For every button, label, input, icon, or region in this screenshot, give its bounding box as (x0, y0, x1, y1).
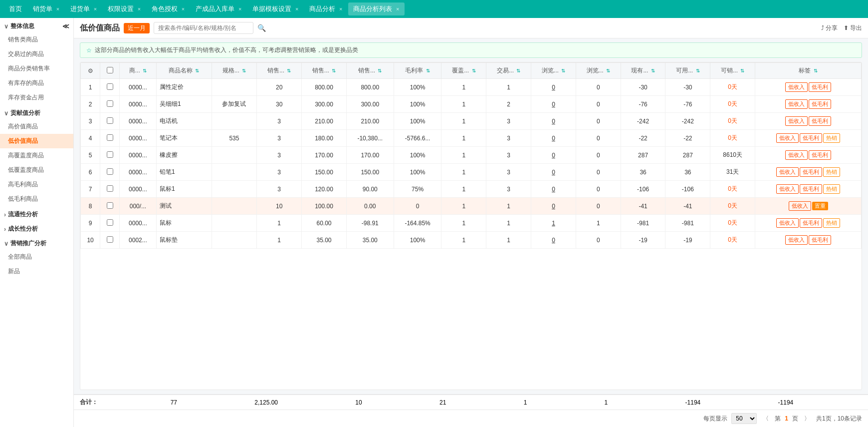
col-name[interactable]: 商品名称 ⇅ (156, 63, 212, 79)
cell-checkbox[interactable] (100, 79, 120, 96)
cell-views1[interactable]: 0 (531, 232, 576, 249)
views1-link[interactable]: 0 (552, 237, 555, 244)
sidebar-item-high-margin[interactable]: 高毛利商品 (0, 177, 73, 192)
row-checkbox[interactable] (107, 236, 113, 243)
col-views1[interactable]: 浏览... ⇅ (531, 63, 576, 79)
sidebar-group-marketing[interactable]: ∨ 营销推广分析 (0, 235, 73, 250)
nav-product-storage[interactable]: 产成品入库单 × (191, 2, 246, 15)
cell-views1[interactable]: 0 (531, 130, 576, 147)
sidebar-item-high-coverage[interactable]: 高覆盖度商品 (0, 148, 73, 163)
views1-link[interactable]: 0 (552, 203, 555, 210)
views1-link[interactable]: 0 (552, 169, 555, 176)
cell-views2: 0 (576, 181, 621, 198)
col-stock[interactable]: 现有... ⇅ (621, 63, 665, 79)
col-settings[interactable]: ⚙ (81, 63, 100, 79)
row-checkbox[interactable] (107, 202, 113, 209)
col-margin[interactable]: 毛利率 ⇅ (394, 63, 441, 79)
info-icon: ☆ (86, 47, 92, 54)
views1-link[interactable]: 0 (552, 152, 555, 159)
cell-checkbox[interactable] (100, 130, 120, 147)
nav-sales[interactable]: 销货单 × (28, 2, 64, 15)
col-views2[interactable]: 浏览... ⇅ (576, 63, 621, 79)
nav-purchase[interactable]: 进货单 × (65, 2, 102, 15)
nav-product-analysis[interactable]: 商品分析 × (304, 2, 347, 15)
sidebar-item-low-coverage[interactable]: 低覆盖度商品 (0, 163, 73, 177)
sidebar-item-traded-goods[interactable]: 交易过的商品 (0, 47, 73, 61)
views1-link[interactable]: 0 (552, 135, 555, 142)
row-checkbox[interactable] (107, 100, 113, 107)
cell-checkbox[interactable] (100, 96, 120, 113)
sidebar-item-high-value[interactable]: 高价值商品 (0, 119, 73, 134)
next-page-btn[interactable]: 〉 (802, 414, 812, 424)
per-page-select[interactable]: 50 100 200 (731, 413, 757, 424)
prev-page-btn[interactable]: 〈 (761, 414, 771, 424)
cell-views1[interactable]: 0 (531, 147, 576, 164)
cell-amount: 90.00 (346, 181, 394, 198)
collapse-overall-icon[interactable]: ≪ (62, 22, 69, 30)
sidebar-item-low-margin[interactable]: 低毛利商品 (0, 192, 73, 206)
cell-views1[interactable]: 0 (531, 198, 576, 215)
nav-template-settings[interactable]: 单据模板设置 × (247, 2, 303, 15)
col-sales-amount[interactable]: 销售... ⇅ (346, 63, 394, 79)
cell-views1[interactable]: 0 (531, 96, 576, 113)
sidebar-group-liquidity[interactable]: › 流通性分析 (0, 206, 73, 221)
cell-checkbox[interactable] (100, 164, 120, 181)
sidebar-item-sales-goods[interactable]: 销售类商品 (0, 32, 73, 47)
row-checkbox[interactable] (107, 134, 113, 141)
col-checkbox[interactable] (100, 63, 120, 79)
row-checkbox[interactable] (107, 219, 113, 226)
cell-views1[interactable]: 1 (531, 215, 576, 232)
header-actions: ⤴ 分享 ⬆ 导出 (821, 24, 862, 32)
views1-link[interactable]: 0 (552, 101, 555, 108)
row-checkbox[interactable] (107, 83, 113, 90)
cell-checkbox[interactable] (100, 113, 120, 130)
cell-checkbox[interactable] (100, 215, 120, 232)
col-spec[interactable]: 规格... ⇅ (212, 63, 257, 79)
sidebar-item-low-value[interactable]: 低价值商品 (0, 134, 73, 148)
col-trade[interactable]: 交易... ⇅ (486, 63, 531, 79)
col-sales-qty[interactable]: 销售... ⇅ (257, 63, 302, 79)
cell-checkbox[interactable] (100, 181, 120, 198)
views1-link[interactable]: 0 (552, 118, 555, 125)
export-button[interactable]: ⬆ 导出 (844, 24, 862, 32)
cell-views1[interactable]: 0 (531, 164, 576, 181)
sidebar-group-overall[interactable]: ∨ 整体信息 ≪ (0, 18, 73, 32)
cell-checkbox[interactable] (100, 147, 120, 164)
nav-product-analysis-list[interactable]: 商品分析列表 × (348, 2, 404, 15)
views1-link[interactable]: 0 (552, 186, 555, 193)
sidebar-group-growth[interactable]: › 成长性分析 (0, 221, 73, 235)
cell-views1[interactable]: 0 (531, 113, 576, 130)
time-filter-btn[interactable]: 近一月 (124, 23, 150, 33)
sidebar-item-in-stock[interactable]: 有库存的商品 (0, 76, 73, 90)
col-sales-price[interactable]: 销售... ⇅ (302, 63, 347, 79)
tag-label: 低收入 (776, 167, 799, 177)
row-checkbox[interactable] (107, 185, 113, 192)
row-checkbox[interactable] (107, 117, 113, 124)
nav-permissions[interactable]: 权限设置 × (103, 2, 146, 15)
nav-home[interactable]: 首页 (4, 2, 27, 15)
row-checkbox[interactable] (107, 151, 113, 158)
cell-checkbox[interactable] (100, 232, 120, 249)
cell-checkbox[interactable] (100, 198, 120, 215)
views1-link[interactable]: 1 (552, 220, 555, 227)
col-available[interactable]: 可用... ⇅ (665, 63, 710, 79)
sidebar-item-new-goods[interactable]: 新品 (0, 264, 73, 279)
sidebar-item-category-rate[interactable]: 商品分类销售率 (0, 61, 73, 76)
sidebar-item-all-goods[interactable]: 全部商品 (0, 250, 73, 264)
views1-link[interactable]: 0 (552, 84, 555, 91)
cell-name: 鼠标垫 (156, 232, 212, 249)
search-icon[interactable]: 🔍 (257, 24, 266, 32)
col-tags[interactable]: 标签 ⇅ (755, 63, 862, 79)
col-sellable[interactable]: 可销... ⇅ (710, 63, 755, 79)
col-code[interactable]: 商... ⇅ (119, 63, 156, 79)
sidebar-group-contribution[interactable]: ∨ 贡献值分析 (0, 105, 73, 119)
select-all-checkbox[interactable] (107, 67, 113, 73)
share-button[interactable]: ⤴ 分享 (821, 24, 838, 32)
col-coverage[interactable]: 覆盖... ⇅ (441, 63, 486, 79)
row-checkbox[interactable] (107, 168, 113, 175)
cell-views1[interactable]: 0 (531, 181, 576, 198)
sidebar-item-stock-capital[interactable]: 库存资金占用 (0, 90, 73, 105)
search-input[interactable] (154, 22, 253, 34)
nav-role-auth[interactable]: 角色授权 × (147, 2, 190, 15)
cell-views1[interactable]: 0 (531, 79, 576, 96)
